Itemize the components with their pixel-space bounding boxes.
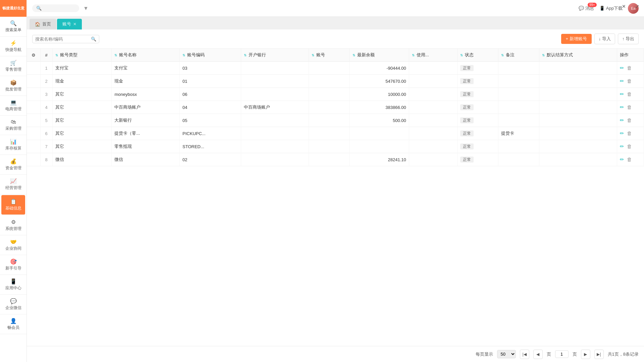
search-input[interactable] <box>35 37 89 42</box>
delete-button[interactable]: 🗑 <box>627 78 632 84</box>
edit-button[interactable]: ✏ <box>620 157 624 163</box>
delete-button[interactable]: 🗑 <box>627 130 632 136</box>
delete-button[interactable]: 🗑 <box>627 117 632 123</box>
col-bank[interactable]: ⇅ 开户银行 <box>241 49 309 62</box>
edit-button[interactable]: ✏ <box>620 143 624 149</box>
first-page-button[interactable]: |◀ <box>520 350 529 359</box>
sidebar-item-retail-manage[interactable]: 🛒 零售管理 <box>0 56 26 76</box>
row-latest-balance <box>350 140 409 153</box>
row-notes <box>498 153 539 166</box>
col-settings[interactable]: ⚙ <box>27 49 40 62</box>
sidebar-item-ecommerce-manage[interactable]: 💻 电商管理 <box>0 96 26 116</box>
close-window-button[interactable]: ✕ <box>617 0 631 13</box>
col-account-name[interactable]: ⇅ 账号名称 <box>112 49 180 62</box>
col-default-settle[interactable]: ⇅ 默认结算方式 <box>539 49 617 62</box>
last-page-button[interactable]: ▶| <box>594 350 604 359</box>
edit-button[interactable]: ✏ <box>620 130 624 136</box>
retail-icon: 🛒 <box>10 60 17 66</box>
import-button[interactable]: ↓ 导入 <box>594 34 615 44</box>
top-search-box[interactable]: 🔍 <box>32 4 79 12</box>
sidebar-item-finance-manage[interactable]: 💰 资金管理 <box>0 155 26 175</box>
col-account-no[interactable]: ⇅ 账号 <box>309 49 350 62</box>
edit-button[interactable]: ✏ <box>620 104 624 110</box>
row-num: 2 <box>40 75 52 88</box>
sidebar-item-shortcut-nav[interactable]: ⚡ 快捷导航 <box>0 37 26 56</box>
col-account-type[interactable]: ⇅ 账号类型 <box>52 49 112 62</box>
prev-page-button[interactable]: ◀ <box>533 350 543 359</box>
search-input-wrap[interactable]: 🔍 <box>32 35 99 43</box>
row-status: 正常 <box>458 114 498 127</box>
page-size-select[interactable]: 50 20 100 <box>497 350 516 358</box>
system-icon: ⚙ <box>11 219 16 225</box>
sidebar-item-basic-info[interactable]: 📋 基础信息 <box>1 195 25 215</box>
export-button[interactable]: ↑ 导出 <box>618 34 639 44</box>
sidebar-item-operation-manage[interactable]: 📈 经营管理 <box>0 175 26 194</box>
edit-button[interactable]: ✏ <box>620 117 624 123</box>
col-usage[interactable]: ⇅ 使用... <box>409 49 458 62</box>
tab-home[interactable]: 🏠 首页 <box>30 19 56 29</box>
col-notes[interactable]: ⇅ 备注 <box>498 49 539 62</box>
row-num: 7 <box>40 140 52 153</box>
row-default-settle <box>539 62 617 75</box>
delete-button[interactable]: 🗑 <box>627 104 632 110</box>
sidebar-item-member[interactable]: 👤 畅会员 <box>0 314 26 334</box>
dropdown-chevron[interactable]: ▼ <box>83 5 89 11</box>
col-actions: 操作 <box>617 49 644 62</box>
sort-icon: ⇅ <box>460 53 463 57</box>
sidebar-item-app-center[interactable]: 📱 应用中心 <box>0 275 26 295</box>
row-default-settle <box>539 153 617 166</box>
tab-account[interactable]: 账号 ✕ <box>57 19 82 29</box>
app-logo: 畅捷通好生意 <box>0 0 26 17</box>
row-account-name: 微信 <box>112 153 180 166</box>
row-num: 1 <box>40 62 52 75</box>
sort-icon: ⇅ <box>182 53 185 57</box>
col-account-code[interactable]: ⇅ 账号编码 <box>180 49 241 62</box>
row-status: 正常 <box>458 127 498 140</box>
sidebar-item-inventory-calc[interactable]: 📊 库存核算 <box>0 135 26 155</box>
row-num: 5 <box>40 114 52 127</box>
delete-button[interactable]: 🗑 <box>627 91 632 97</box>
col-status[interactable]: ⇅ 状态 <box>458 49 498 62</box>
next-page-button[interactable]: ▶ <box>581 350 590 359</box>
sidebar-item-wholesale-manage[interactable]: 📦 批发管理 <box>0 76 26 96</box>
edit-button[interactable]: ✏ <box>620 65 624 71</box>
delete-button[interactable]: 🗑 <box>627 65 632 71</box>
enterprise-wechat-icon: 💬 <box>10 298 17 304</box>
row-actions: ✏ 🗑 <box>617 114 644 127</box>
row-account-name: moneybosx <box>112 88 180 101</box>
sidebar-item-label: 基础信息 <box>5 205 21 211</box>
row-notes: 提货卡 <box>498 127 539 140</box>
col-latest-balance[interactable]: ⇅ 最新余额 <box>350 49 409 62</box>
row-actions: ✏ 🗑 <box>617 75 644 88</box>
sidebar-item-search-menu[interactable]: 🔍 搜索菜单 <box>0 17 26 37</box>
page-input[interactable] <box>555 350 569 358</box>
sidebar-item-newbie-guide[interactable]: 🎯 新手引导 <box>0 255 26 275</box>
row-notes <box>498 75 539 88</box>
sidebar-item-enterprise-wechat[interactable]: 💬 企业微信 <box>0 295 26 314</box>
add-account-button[interactable]: + 新增账号 <box>561 34 592 44</box>
sidebar-item-label: 新手引导 <box>5 265 21 271</box>
row-settings <box>27 101 40 114</box>
row-latest-balance: 547670.00 <box>350 75 409 88</box>
row-actions: ✏ 🗑 <box>617 127 644 140</box>
sidebar-item-label: 资金管理 <box>5 165 21 171</box>
edit-button[interactable]: ✏ <box>620 91 624 97</box>
row-notes <box>498 62 539 75</box>
message-button[interactable]: 💬 消息 99+ <box>579 5 594 11</box>
row-settings <box>27 153 40 166</box>
table-header-row: ⚙ # ⇅ 账号类型 ⇅ 账号名称 <box>27 49 644 62</box>
tab-close-icon[interactable]: ✕ <box>73 22 76 26</box>
sidebar-item-purchase-manage[interactable]: 🛍 采购管理 <box>0 116 26 135</box>
maximize-window-button[interactable]: ⤢ <box>631 0 644 13</box>
tab-label: 账号 <box>62 21 71 27</box>
delete-button[interactable]: 🗑 <box>627 157 632 163</box>
row-usage <box>409 75 458 88</box>
sidebar-item-enterprise-protocol[interactable]: 🤝 企业协同 <box>0 235 26 255</box>
delete-button[interactable]: 🗑 <box>627 143 632 149</box>
search-icon: 🔍 <box>36 6 42 11</box>
row-account-code: 02 <box>180 153 241 166</box>
row-account-code: 04 <box>180 101 241 114</box>
edit-button[interactable]: ✏ <box>620 78 624 84</box>
row-settings <box>27 114 40 127</box>
sidebar-item-system-manage[interactable]: ⚙ 系统管理 <box>0 216 26 235</box>
